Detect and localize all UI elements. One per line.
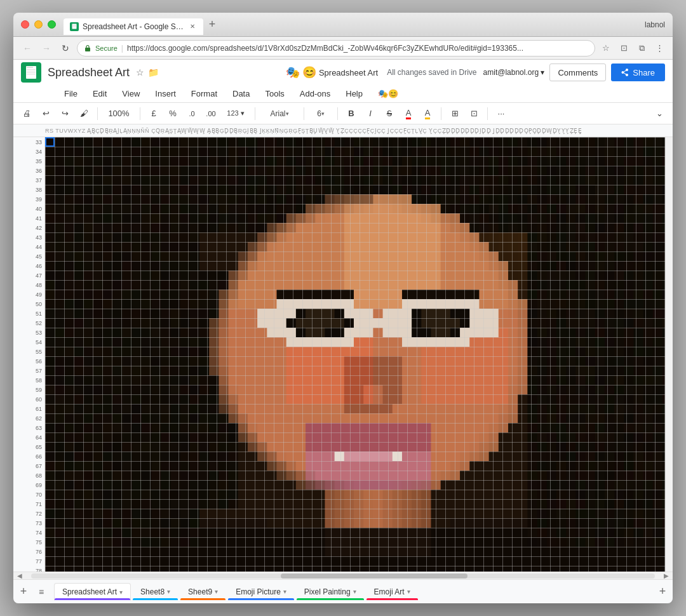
more-formats-btn[interactable]: 123 ▾ bbox=[222, 105, 250, 122]
addon-emoji2: 😊 bbox=[302, 65, 316, 79]
sheet-tab-pixel-painting[interactable]: Pixel Painting ▾ bbox=[296, 583, 365, 601]
column-headers: RS TUVWXYZ A̧B̧ÇḐB̧ŖA̧I̧ĻA̧ŅŅŅÑÑ … bbox=[13, 124, 673, 137]
star-icon[interactable]: ☆ bbox=[136, 67, 144, 77]
tab-arrow-0[interactable]: ▾ bbox=[119, 589, 123, 596]
menu-edit[interactable]: Edit bbox=[86, 86, 113, 101]
menu-view[interactable]: View bbox=[116, 86, 146, 101]
new-tab-button[interactable]: + bbox=[203, 16, 221, 34]
decimal00-btn[interactable]: .00 bbox=[203, 105, 219, 122]
secure-label: Secure bbox=[95, 44, 118, 52]
refresh-button[interactable]: ↻ bbox=[58, 41, 73, 56]
active-tab[interactable]: Spreadsheet Art - Google She... ✕ bbox=[64, 18, 203, 35]
scroll-right[interactable]: ▶ bbox=[660, 572, 673, 579]
scroll-left[interactable]: ◀ bbox=[13, 572, 26, 579]
sheet-tab-sheet9[interactable]: Sheet9 ▾ bbox=[180, 583, 226, 601]
share-button[interactable]: Share bbox=[611, 64, 665, 81]
add-sheet-right-button[interactable]: + bbox=[655, 584, 670, 599]
row-number: 36 bbox=[13, 166, 44, 175]
paint-format-button[interactable]: 🖌 bbox=[76, 105, 92, 122]
print-button[interactable]: 🖨 bbox=[18, 105, 35, 122]
sep4 bbox=[304, 107, 304, 120]
menu-insert[interactable]: Insert bbox=[149, 86, 182, 101]
tab-close-button[interactable]: ✕ bbox=[188, 22, 197, 31]
font-size-selector[interactable]: 6 ▾ bbox=[309, 105, 332, 122]
zoom-control[interactable]: 100% bbox=[103, 105, 135, 122]
row-number: 62 bbox=[13, 413, 44, 423]
more-options-icon[interactable]: ⋮ bbox=[652, 41, 666, 55]
sheet-tab-emoji-art[interactable]: Emoji Art ▾ bbox=[366, 583, 419, 601]
add-sheet-button[interactable]: + bbox=[16, 584, 31, 599]
minimize-button[interactable] bbox=[34, 20, 43, 29]
menu-tools[interactable]: Tools bbox=[259, 86, 290, 101]
currency-btn[interactable]: £ bbox=[145, 105, 162, 122]
bookmark-icon[interactable]: ☆ bbox=[599, 41, 613, 55]
scroll-thumb[interactable] bbox=[281, 573, 468, 579]
toolbar-expand[interactable]: ⌄ bbox=[651, 105, 668, 122]
close-button[interactable] bbox=[21, 20, 29, 29]
font-selector[interactable]: Arial ▾ bbox=[260, 105, 299, 122]
row-number: 70 bbox=[13, 490, 44, 499]
tab-title: Spreadsheet Art - Google She... bbox=[83, 22, 184, 31]
row-number: 34 bbox=[13, 147, 44, 156]
more-button[interactable]: ··· bbox=[493, 105, 509, 122]
row-number: 54 bbox=[13, 337, 44, 347]
forward-button[interactable]: → bbox=[39, 41, 54, 56]
traffic-lights bbox=[21, 20, 56, 29]
row-number: 52 bbox=[13, 318, 44, 328]
cast-icon[interactable]: ⊡ bbox=[617, 41, 631, 55]
cell-area[interactable] bbox=[45, 137, 665, 572]
vertical-scrollbar[interactable] bbox=[665, 137, 673, 572]
tab-arrow-4[interactable]: ▾ bbox=[353, 588, 356, 595]
save-status: All changes saved in Drive bbox=[387, 68, 476, 77]
comments-button[interactable]: Comments bbox=[549, 64, 606, 81]
sheet-menu-button[interactable]: ≡ bbox=[34, 584, 49, 599]
menu-format[interactable]: Format bbox=[185, 86, 224, 101]
url-text: https://docs.google.com/spreadsheets/d/1… bbox=[127, 44, 588, 53]
row-number: 58 bbox=[13, 375, 44, 385]
percent-btn[interactable]: % bbox=[165, 105, 181, 122]
menu-file[interactable]: File bbox=[58, 86, 84, 101]
merge-button[interactable]: ⊡ bbox=[466, 105, 482, 122]
row-number: 45 bbox=[13, 251, 44, 261]
undo-button[interactable]: ↩ bbox=[37, 105, 54, 122]
tab-arrow-2[interactable]: ▾ bbox=[215, 588, 218, 595]
address-bar[interactable]: Secure | https://docs.google.com/spreads… bbox=[77, 40, 595, 57]
row-number: 42 bbox=[13, 223, 44, 232]
svg-rect-3 bbox=[72, 26, 77, 27]
menu-addons[interactable]: Add-ons bbox=[293, 86, 337, 101]
svg-rect-11 bbox=[27, 72, 36, 73]
sheet-tab-sheet8[interactable]: Sheet8 ▾ bbox=[132, 583, 178, 601]
row-number: 39 bbox=[13, 194, 44, 204]
tab-arrow-1[interactable]: ▾ bbox=[167, 588, 170, 595]
extensions-icon[interactable]: ⧉ bbox=[635, 41, 649, 55]
horizontal-scrollbar[interactable]: ◀ ▶ bbox=[13, 572, 673, 579]
decimal0-btn[interactable]: .0 bbox=[184, 105, 200, 122]
tab-arrow-3[interactable]: ▾ bbox=[283, 588, 286, 595]
tab-arrow-5[interactable]: ▾ bbox=[407, 588, 410, 595]
tab-indicator-1 bbox=[133, 598, 178, 600]
fill-color-button[interactable]: A bbox=[419, 105, 436, 122]
italic-button[interactable]: I bbox=[362, 105, 379, 122]
sheet-tab-emoji-picture[interactable]: Emoji Picture ▾ bbox=[227, 583, 295, 601]
user-email[interactable]: amit@labnol.org ▾ bbox=[483, 68, 545, 77]
row-number: 53 bbox=[13, 328, 44, 337]
redo-button[interactable]: ↪ bbox=[57, 105, 73, 122]
borders-button[interactable]: ⊞ bbox=[447, 105, 463, 122]
row-number: 51 bbox=[13, 309, 44, 318]
navbar: ← → ↻ Secure | https://docs.google.com/s… bbox=[13, 37, 673, 60]
titlebar-user: labnol bbox=[645, 20, 665, 29]
menu-data[interactable]: Data bbox=[226, 86, 256, 101]
row-number: 64 bbox=[13, 432, 44, 442]
back-button[interactable]: ← bbox=[20, 41, 35, 56]
menu-emoji[interactable]: 🎭😊 bbox=[372, 86, 405, 101]
bold-button[interactable]: B bbox=[343, 105, 360, 122]
folder-icon[interactable]: 📁 bbox=[148, 67, 159, 77]
sep5 bbox=[337, 107, 338, 120]
maximize-button[interactable] bbox=[48, 20, 56, 29]
strikethrough-button[interactable]: S̶ bbox=[381, 105, 398, 122]
portrait-canvas bbox=[45, 137, 665, 572]
sheet-tab-spreadsheet-art[interactable]: Spreadsheet Art ▾ bbox=[54, 583, 131, 601]
menu-help[interactable]: Help bbox=[339, 86, 369, 101]
row-number: 33 bbox=[13, 137, 44, 147]
text-color-button[interactable]: A bbox=[400, 105, 417, 122]
